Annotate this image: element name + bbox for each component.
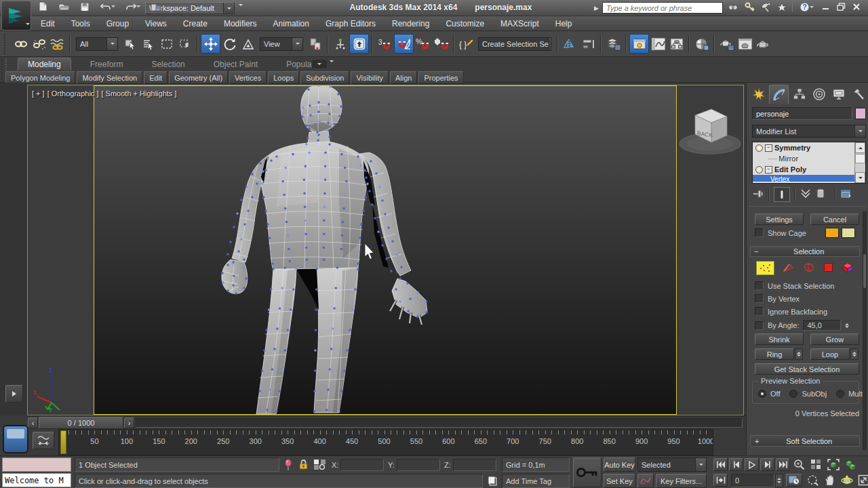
configure-modifier-sets-icon[interactable] (840, 188, 852, 201)
project-folder-button[interactable] (149, 1, 163, 12)
favorites-star-icon[interactable] (776, 2, 787, 12)
get-stack-selection-button[interactable]: Get Stack Selection (755, 363, 859, 375)
zoom-extents-icon[interactable] (826, 458, 840, 471)
close-button[interactable] (852, 3, 861, 12)
toggle-ribbon-icon[interactable] (629, 34, 649, 54)
cage-selected-color-swatch[interactable] (842, 228, 855, 238)
element-subobject-icon[interactable] (842, 262, 854, 274)
redo-button[interactable] (123, 1, 142, 12)
edge-subobject-icon[interactable] (783, 262, 795, 274)
selection-lock-toggle-icon[interactable] (298, 459, 309, 472)
object-color-swatch[interactable] (855, 108, 866, 119)
ribbon-tab-modeling[interactable]: Modeling (18, 58, 71, 70)
zoom-region-icon[interactable] (806, 474, 820, 487)
preview-subobj-radio[interactable] (789, 390, 797, 398)
mini-listener-field[interactable]: Welcome to M (2, 473, 71, 487)
by-angle-checkbox[interactable] (755, 321, 764, 330)
ribbon-minimize-button[interactable] (312, 60, 327, 68)
menu-create[interactable]: Create (175, 19, 216, 28)
cancel-button[interactable]: Cancel (810, 214, 859, 225)
open-mini-curve-editor-button[interactable] (33, 432, 54, 449)
menu-graph-editors[interactable]: Graph Editors (317, 19, 384, 28)
current-frame-field[interactable]: 0 (731, 474, 774, 487)
add-time-tag-field[interactable]: Add Time Tag (502, 474, 570, 488)
zoom-extents-all-icon[interactable] (843, 458, 857, 471)
ribbon-tab-selection[interactable]: Selection (142, 58, 194, 70)
set-keys-button[interactable] (573, 458, 601, 487)
zoom-icon[interactable] (792, 458, 806, 471)
pin-stack-icon[interactable] (752, 188, 764, 201)
reference-coordinate-dropdown[interactable]: View (260, 37, 303, 51)
align-icon[interactable] (579, 35, 597, 53)
go-to-start-button[interactable] (713, 458, 728, 471)
show-cage-checkbox[interactable] (755, 228, 764, 237)
viewport-shading-menu[interactable]: [ Smooth + Highlights ] (101, 89, 176, 98)
redo-flyout-caret[interactable] (136, 5, 140, 9)
auto-key-button[interactable]: Auto Key (604, 458, 635, 472)
stack-row-editpoly[interactable]: − Edit Poly (753, 164, 854, 175)
viewport-layout-expand-button[interactable] (5, 385, 23, 403)
rendered-frame-window-icon[interactable] (736, 35, 754, 53)
toolbar-grip[interactable] (4, 34, 9, 54)
minimize-button[interactable] (822, 3, 830, 12)
stack-scroll-up[interactable] (855, 142, 865, 153)
select-and-move-icon[interactable] (201, 34, 220, 54)
cage-color-swatch[interactable] (825, 228, 839, 238)
workspace-flyout-caret[interactable] (239, 6, 243, 14)
time-slider-prev-button[interactable]: ‹ (28, 418, 38, 428)
keyboard-shortcut-override-icon[interactable] (349, 34, 369, 54)
viewcube[interactable]: BACK (676, 100, 744, 163)
percent-snap-toggle-icon[interactable]: % (414, 35, 432, 53)
menu-rendering[interactable]: Rendering (384, 19, 437, 28)
vertex-subobject-icon[interactable] (756, 261, 774, 275)
viewport-render-region[interactable] (94, 85, 677, 415)
tab-display[interactable] (829, 85, 848, 103)
loop-button[interactable]: Loop (810, 348, 850, 360)
loop-spinner[interactable] (850, 348, 859, 360)
bind-to-space-warp-icon[interactable] (48, 35, 66, 53)
ribbon-panel-geometry-all-[interactable]: Geometry (All) (169, 71, 228, 84)
stack-row-symmetry[interactable]: − Symmetry (753, 142, 854, 153)
ribbon-panel-loops[interactable]: Loops (268, 71, 299, 84)
time-slider-track[interactable] (136, 418, 743, 428)
ribbon-panel-modify-selection[interactable]: Modify Selection (77, 71, 142, 84)
undo-button[interactable] (98, 1, 117, 12)
menu-edit[interactable]: Edit (33, 19, 63, 28)
viewport-pov-menu[interactable]: [ Orthographic ] (47, 89, 99, 98)
show-end-result-icon[interactable] (774, 187, 790, 202)
curve-editor-icon[interactable] (649, 35, 667, 53)
infocenter-collapse-arrow[interactable]: ▶ (594, 5, 599, 12)
render-setup-icon[interactable] (717, 35, 736, 53)
viewport-label[interactable]: [ + ] [ Orthographic ] [ Smooth + Highli… (32, 89, 176, 98)
application-menu-button[interactable] (1, 1, 31, 30)
menu-modifiers[interactable]: Modifiers (216, 19, 265, 28)
rectangular-selection-region-icon[interactable] (157, 35, 176, 53)
material-editor-icon[interactable] (692, 35, 711, 53)
ribbon-panel-align[interactable]: Align (390, 71, 417, 84)
select-by-name-icon[interactable] (139, 35, 157, 53)
ribbon-panel-visibility[interactable]: Visibility (351, 71, 389, 84)
by-vertex-checkbox[interactable] (755, 294, 764, 303)
track-bar-ruler[interactable]: 0501001502002503003504004505005506006507… (58, 429, 713, 455)
stack-scroll-thumb[interactable] (855, 154, 865, 163)
workspace-caret[interactable] (223, 3, 234, 14)
menu-maxscript[interactable]: MAXScript (492, 19, 547, 28)
make-unique-icon[interactable] (800, 188, 812, 201)
window-crossing-toggle-icon[interactable] (176, 35, 194, 53)
selection-rollout-header[interactable]: − Selection (750, 246, 860, 257)
time-slider-next-button[interactable]: › (124, 418, 134, 428)
polygon-subobject-icon[interactable] (823, 262, 833, 274)
play-animation-button[interactable] (745, 458, 759, 471)
set-key-button[interactable]: Set Key (604, 474, 635, 488)
tab-create[interactable] (749, 85, 768, 103)
open-file-button[interactable] (56, 1, 71, 12)
new-scene-button[interactable] (35, 1, 50, 12)
object-name-field[interactable]: personaje (752, 107, 852, 120)
layer-manager-icon[interactable] (604, 35, 623, 53)
grow-button[interactable]: Grow (810, 333, 859, 345)
edit-time-tag-icon[interactable] (487, 475, 497, 487)
soft-selection-rollout-header[interactable]: + Soft Selection (750, 435, 860, 447)
communication-center-icon[interactable] (760, 2, 771, 12)
ribbon-tab-object-paint[interactable]: Object Paint (204, 58, 267, 70)
stack-scroll-down[interactable] (855, 172, 865, 183)
